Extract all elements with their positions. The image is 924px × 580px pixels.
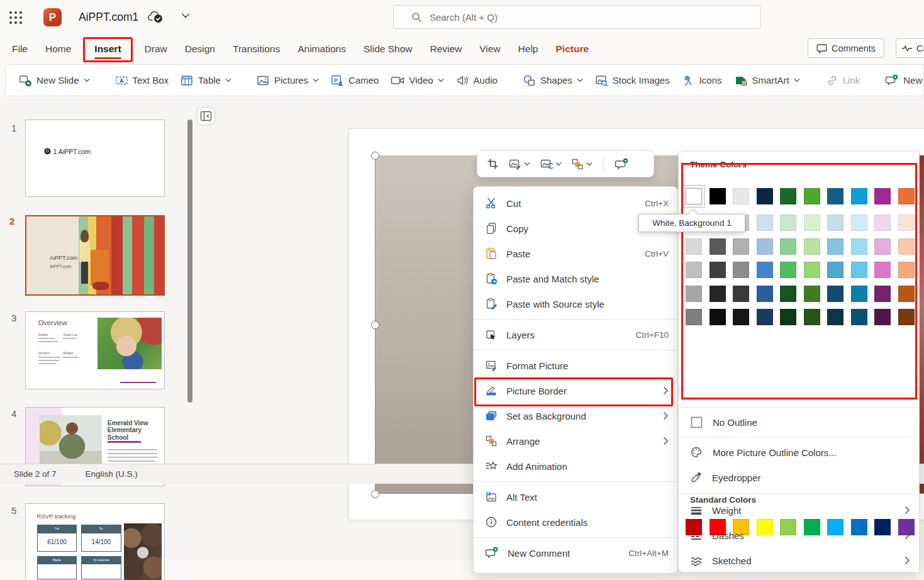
alt-text-icon bbox=[485, 491, 498, 503]
aippt-head-icon bbox=[44, 148, 51, 155]
no-outline-button[interactable]: No Outline bbox=[679, 410, 919, 435]
set-as-background-icon bbox=[485, 410, 498, 422]
menu-item-layers[interactable]: Layers Ctrl+F10 bbox=[474, 322, 677, 347]
picture-right-edge bbox=[920, 155, 924, 493]
new-comment-icon bbox=[485, 547, 499, 559]
copy-icon bbox=[485, 222, 498, 235]
paste-source-style-icon bbox=[485, 298, 498, 310]
ribbon-new-comment-button[interactable]: New bbox=[882, 70, 924, 91]
text-box-button[interactable]: Text Box bbox=[112, 70, 172, 91]
dashes-icon bbox=[690, 530, 703, 541]
tab-slide-show[interactable]: Slide Show bbox=[364, 43, 413, 55]
thumb5-title: RSVP tracking bbox=[37, 513, 76, 520]
sketched-menu-item[interactable]: Sketched bbox=[679, 548, 919, 573]
svg-text:P: P bbox=[334, 77, 338, 83]
catchup-button[interactable]: Ca bbox=[896, 38, 924, 58]
format-picture-icon bbox=[485, 359, 498, 372]
menu-item-arrange[interactable]: Arrange bbox=[474, 428, 677, 454]
search-bar[interactable] bbox=[393, 5, 761, 29]
menu-separator bbox=[474, 319, 677, 320]
video-button[interactable]: Video bbox=[387, 70, 447, 91]
powerpoint-logo[interactable]: P bbox=[43, 8, 62, 26]
slide-thumbnail-5[interactable]: RSVP tracking Yes No 61/100 14/100 Maybe… bbox=[25, 503, 165, 580]
title-chevron-down-icon[interactable] bbox=[181, 13, 190, 19]
app-launcher-icon[interactable] bbox=[8, 9, 24, 26]
resize-handle-top-left[interactable] bbox=[371, 152, 379, 160]
slide-thumbnail-3[interactable]: Overview Details Guest List Vendors Budg… bbox=[25, 311, 165, 389]
tab-design[interactable]: Design bbox=[185, 43, 215, 55]
cameo-button[interactable]: P Cameo bbox=[328, 70, 382, 91]
tab-home[interactable]: Home bbox=[45, 43, 71, 55]
thumb2-title: AiPPT.com bbox=[50, 255, 77, 261]
menu-item-paste[interactable]: Paste Ctrl+V bbox=[474, 241, 677, 266]
crop-button[interactable] bbox=[485, 156, 501, 172]
audio-button[interactable]: Audio bbox=[453, 70, 501, 91]
no-outline-icon bbox=[690, 416, 703, 429]
panel-separator bbox=[679, 493, 919, 494]
tab-view[interactable]: View bbox=[479, 43, 500, 55]
tab-animations[interactable]: Animations bbox=[298, 43, 346, 55]
submenu-chevron-icon bbox=[905, 531, 910, 540]
tab-insert[interactable]: Insert bbox=[89, 41, 126, 57]
search-input[interactable] bbox=[430, 12, 732, 23]
language-status[interactable]: English (U.S.) bbox=[86, 469, 138, 479]
menu-item-paste-match-style[interactable]: Paste and Match style bbox=[474, 266, 677, 291]
slide-count-status[interactable]: Slide 2 of 7 bbox=[14, 469, 57, 479]
thumbnail-scrollbar[interactable] bbox=[187, 120, 192, 403]
dashes-menu-item[interactable]: Dashes bbox=[679, 523, 919, 548]
slide-thumbnail-2-selected[interactable]: AiPPT.com AiPPT.com bbox=[25, 215, 165, 296]
weight-menu-item[interactable]: Weight bbox=[679, 498, 919, 523]
icons-button[interactable]: Icons bbox=[679, 70, 725, 91]
more-picture-outline-colors-button[interactable]: More Picture Outline Colors... bbox=[679, 440, 919, 465]
menu-item-content-credentials[interactable]: Content credentials bbox=[474, 510, 677, 535]
menu-separator bbox=[474, 481, 677, 482]
tab-picture[interactable]: Picture bbox=[556, 43, 589, 55]
palette-icon bbox=[690, 446, 703, 459]
collapse-pane-button[interactable] bbox=[197, 107, 215, 125]
ribbon: New Slide Text Box Table Pictures P Came… bbox=[5, 64, 924, 96]
new-slide-button[interactable]: New Slide bbox=[16, 70, 93, 91]
slide-number: 5 bbox=[11, 505, 16, 516]
smartart-button[interactable]: SmartArt bbox=[731, 70, 803, 91]
tab-draw[interactable]: Draw bbox=[145, 43, 167, 55]
slide-number-selected: 2 bbox=[9, 216, 14, 226]
menu-item-paste-source-style[interactable]: Paste with Source style bbox=[474, 291, 677, 316]
pictures-button[interactable]: Pictures bbox=[253, 70, 322, 91]
sketched-icon bbox=[690, 555, 703, 566]
picture-style-dropdown[interactable] bbox=[507, 157, 532, 172]
menu-item-set-as-background[interactable]: Set as Background bbox=[474, 403, 677, 428]
menu-item-picture-border[interactable]: Picture Border bbox=[474, 378, 677, 403]
submenu-chevron-icon bbox=[905, 556, 910, 565]
menu-item-alt-text[interactable]: Alt Text bbox=[474, 484, 677, 510]
change-picture-dropdown[interactable] bbox=[538, 157, 564, 172]
resize-handle-middle-left[interactable] bbox=[371, 321, 379, 329]
table-button[interactable]: Table bbox=[177, 70, 235, 91]
document-title[interactable]: AiPPT.com1 bbox=[79, 11, 138, 24]
tab-file[interactable]: File bbox=[12, 43, 28, 55]
toolbar-new-comment-button[interactable] bbox=[613, 156, 631, 172]
menu-item-cut[interactable]: Cut Ctrl+X bbox=[474, 191, 677, 216]
menu-item-add-animation[interactable]: Add Animation bbox=[474, 454, 677, 479]
arrange-dropdown[interactable] bbox=[570, 157, 594, 172]
slide-number: 4 bbox=[11, 408, 16, 419]
submenu-chevron-icon bbox=[663, 437, 669, 445]
menu-item-new-comment[interactable]: New Comment Ctrl+Alt+M bbox=[474, 540, 677, 566]
slide-thumbnail-1[interactable]: 1 AiPPT.com bbox=[25, 120, 165, 197]
tab-review[interactable]: Review bbox=[430, 43, 462, 55]
stock-images-button[interactable]: Stock Images bbox=[592, 70, 673, 91]
comments-button[interactable]: Comments bbox=[808, 38, 884, 58]
panel-separator bbox=[679, 437, 919, 437]
menu-bar: File Home Insert Draw Design Transitions… bbox=[12, 35, 589, 63]
slide-number: 3 bbox=[11, 313, 16, 323]
top-bar: P AiPPT.com1 bbox=[0, 0, 924, 35]
submenu-chevron-icon bbox=[905, 506, 910, 515]
shapes-button[interactable]: Shapes bbox=[520, 70, 586, 91]
menu-item-format-picture[interactable]: Format Picture bbox=[474, 353, 677, 378]
eyedropper-button[interactable]: Eyedropper bbox=[679, 465, 919, 490]
tab-transitions[interactable]: Transitions bbox=[233, 43, 280, 55]
resize-handle-bottom-left[interactable] bbox=[371, 490, 379, 498]
girl-photo bbox=[97, 318, 161, 370]
tab-help[interactable]: Help bbox=[518, 43, 538, 55]
paste-icon bbox=[485, 247, 498, 260]
comment-icon bbox=[816, 43, 827, 53]
